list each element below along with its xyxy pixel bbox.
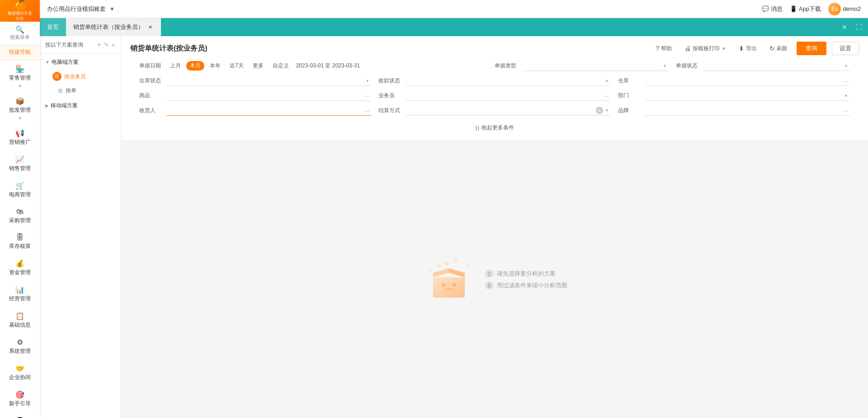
collapse-icon: ⟩⟩ <box>475 125 480 131</box>
tab-close-btn[interactable]: ✕ <box>146 24 154 31</box>
payment-status-control[interactable] <box>406 76 610 86</box>
tab-close-action[interactable]: ✕ <box>839 22 850 33</box>
date-picker-group: 上月 本月 本年 近7天 更多 自定义 2023-03-01 至 2023-03… <box>166 61 360 71</box>
payment-status-select[interactable] <box>406 76 610 86</box>
tab-sales-stat[interactable]: 销货单统计表（按业务员） ✕ <box>66 18 161 36</box>
doc-type-control[interactable] <box>522 61 669 71</box>
edit-scheme-btn[interactable]: ✎ <box>104 42 109 48</box>
salesperson-input[interactable] <box>406 90 610 101</box>
scheme-item-by-salesperson[interactable]: 按 按业务员 <box>40 69 121 84</box>
page-body: 按以下方案查询 + ✎ « ▼ 电脑端方案 按 按业务员 ⊞ 按单 <box>40 36 868 418</box>
sidebar-item-appstore[interactable]: 📱 应用中心 <box>0 412 40 418</box>
page-header-top: 销货单统计表(按业务员) ? 帮助 🖨 按模板打印 ▼ ⬇ <box>130 42 859 55</box>
doc-status-label: 单据状态 <box>676 62 699 70</box>
sidebar-item-wholesale[interactable]: 📦 批发管理 ▲ <box>0 92 40 124</box>
department-select[interactable] <box>645 90 850 101</box>
user-profile[interactable]: Ea demo2 <box>828 3 861 15</box>
app-title-dropdown[interactable]: ▼ <box>109 6 115 12</box>
filter-area: 单据日期 上月 本月 本年 近7天 更多 自定义 20 <box>130 61 859 141</box>
date-tab-custom[interactable]: 自定义 <box>269 61 292 71</box>
svg-rect-0 <box>433 277 465 298</box>
tip-num-2: 2 <box>485 281 493 290</box>
print-btn[interactable]: 🖨 按模板打印 ▼ <box>681 43 730 54</box>
department-control[interactable] <box>645 90 850 101</box>
warehouse-ellipsis[interactable]: ··· <box>843 77 848 85</box>
settlement-clear-btn[interactable]: ✕ <box>596 107 603 114</box>
collapse-filter-btn[interactable]: ⟩⟩ 收起更多条件 <box>139 120 850 135</box>
sidebar-item-purchase[interactable]: 🛍 采购管理 <box>0 203 40 229</box>
sidebar-item-enterprise[interactable]: 🤝 企业协同 <box>0 360 40 386</box>
print-icon: 🖨 <box>684 45 691 52</box>
help-label: 帮助 <box>661 45 672 52</box>
tab-sales-stat-label: 销货单统计表（按业务员） <box>73 23 144 31</box>
sidebar-item-finance[interactable]: 💰 资金管理 <box>0 255 40 281</box>
goods-input[interactable] <box>166 90 371 101</box>
filter-department: 部门 <box>618 90 850 101</box>
doc-status-select[interactable] <box>703 61 850 71</box>
salesperson-control: ··· <box>406 90 610 101</box>
salesperson-scheme-icon: 按 <box>52 72 61 81</box>
inventory-icon: 🗄 <box>16 233 24 242</box>
empty-tip-2: 2 用过滤条件来缩小分析范围 <box>485 281 567 290</box>
date-tab-last-month[interactable]: 上月 <box>166 61 184 71</box>
query-button[interactable]: 查询 <box>797 42 826 55</box>
date-tab-more[interactable]: 更多 <box>249 61 267 71</box>
settings-button[interactable]: 设置 <box>832 42 859 55</box>
operations-label: 经营管理 <box>9 295 31 303</box>
basic-label: 基础信息 <box>9 321 31 329</box>
search-menu[interactable]: 🔍 搜索菜单 <box>0 22 40 45</box>
goods-ellipsis[interactable]: ··· <box>364 92 370 100</box>
settlement-dropdown[interactable]: ▼ <box>605 108 609 113</box>
sidebar-item-retail[interactable]: 🏪 零售管理 ▲ <box>0 60 40 92</box>
sidebar-item-sales[interactable]: 📈 销售管理 <box>0 151 40 177</box>
content-area: 1 请先选择要分析的方案 2 用过滤条件来缩小分析范围 <box>121 141 868 418</box>
wholesale-icon: 📦 <box>15 97 24 105</box>
desktop-scheme-header[interactable]: ▼ 电脑端方案 <box>40 56 121 69</box>
sidebar-item-basic[interactable]: 📋 基础信息 <box>0 307 40 333</box>
sidebar-item-inventory[interactable]: 🗄 库存核算 <box>0 229 40 255</box>
refresh-btn[interactable]: ↻ 刷新 <box>766 43 791 54</box>
right-panel: 销货单统计表(按业务员) ? 帮助 🖨 按模板打印 ▼ ⬇ <box>121 36 868 418</box>
top-bar-left: 办公用品行业模拟账套 ▼ <box>47 5 115 13</box>
sidebar-item-system[interactable]: ⚙ 系统管理 <box>0 333 40 360</box>
tab-home[interactable]: 首页 <box>40 18 66 36</box>
mobile-scheme-group[interactable]: ▶ 移动端方案 <box>40 99 121 112</box>
receiver-input[interactable] <box>166 105 371 116</box>
message-btn[interactable]: 💬 消息 <box>762 5 783 13</box>
doc-type-select[interactable] <box>522 61 669 71</box>
svg-marker-2 <box>449 268 465 277</box>
sidebar-item-ecommerce[interactable]: 🛒 电商管理 <box>0 177 40 203</box>
desktop-scheme-arrow: ▼ <box>45 60 50 65</box>
print-label: 按模板打印 <box>693 45 720 52</box>
sidebar-item-newbie[interactable]: 🎯 新手引导 <box>0 386 40 412</box>
sidebar-item-operations[interactable]: 📊 经营管理 <box>0 281 40 307</box>
wholesale-label: 批发管理 <box>9 106 31 114</box>
user-avatar: Ea <box>828 3 841 15</box>
date-tab-this-year[interactable]: 本年 <box>206 61 224 71</box>
date-tab-7days[interactable]: 近7天 <box>226 61 247 71</box>
out-status-select[interactable] <box>166 76 371 86</box>
brand-ellipsis[interactable]: ··· <box>843 107 848 114</box>
collapse-panel-btn[interactable]: « <box>112 41 115 48</box>
quick-nav[interactable]: 快捷导航 <box>0 45 40 60</box>
message-icon: 💬 <box>762 5 769 12</box>
sidebar-item-marketing[interactable]: 📢 营销推广 <box>0 124 40 151</box>
add-scheme-btn[interactable]: + <box>97 41 101 49</box>
retail-icon: 🏪 <box>15 65 24 73</box>
filter-out-status: 出库状态 <box>139 76 371 86</box>
app-download-btn[interactable]: 📱 App下载 <box>790 5 821 13</box>
help-btn[interactable]: ? 帮助 <box>652 43 675 54</box>
export-btn[interactable]: ⬇ 导出 <box>735 43 760 54</box>
brand-input[interactable] <box>645 105 850 116</box>
app-title: 办公用品行业模拟账套 <box>47 5 106 13</box>
warehouse-input[interactable] <box>645 76 850 86</box>
receiver-ellipsis[interactable]: ··· <box>364 107 370 114</box>
out-status-control[interactable] <box>166 76 371 86</box>
scheme-item-by-order[interactable]: ⊞ 按单 <box>40 84 121 97</box>
date-tab-this-month[interactable]: 本月 <box>186 61 204 71</box>
tab-maximize-action[interactable]: ⛶ <box>854 22 864 33</box>
app-logo[interactable]: 🍊 畅捷通好生意 标账 <box>0 0 40 22</box>
main-content: 办公用品行业模拟账套 ▼ 💬 消息 📱 App下载 Ea demo2 首页 <box>40 0 868 418</box>
doc-status-control[interactable] <box>703 61 850 71</box>
salesperson-ellipsis[interactable]: ··· <box>604 92 609 100</box>
